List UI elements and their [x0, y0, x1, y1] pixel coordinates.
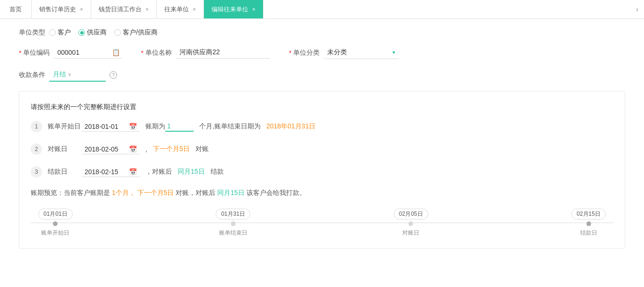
- end-date-highlight: 2018年01月31日: [266, 122, 315, 131]
- period-desc-3-suffix: 结款: [211, 168, 224, 176]
- timeline-label-3: 对账日: [402, 229, 419, 237]
- period-label-3: 结款日: [48, 168, 76, 176]
- timeline-badge-4: 02月15日: [571, 209, 606, 219]
- unit-code-input-wrap: 📋: [53, 47, 122, 59]
- tab-arrow[interactable]: ›: [630, 5, 644, 14]
- tab-counterpart-unit[interactable]: 往来单位 ×: [157, 0, 204, 18]
- payment-condition-label: 收款条件: [19, 71, 45, 79]
- period-desc-1: 账期为: [145, 122, 165, 131]
- radio-supplier[interactable]: 供应商: [78, 28, 107, 37]
- radio-circle-customer: [49, 29, 56, 36]
- start-date-input-wrap: 📅: [82, 122, 140, 132]
- timeline-circle-4: [586, 221, 591, 226]
- period-desc-2-suffix: 对账: [195, 145, 209, 153]
- chevron-down-icon: ▾: [392, 49, 395, 56]
- period-desc-2-prefix: ,: [145, 145, 147, 153]
- calendar-icon-3[interactable]: 📅: [129, 168, 137, 176]
- timeline-node-4: 02月15日 结款日: [571, 209, 606, 237]
- close-tab-cash[interactable]: ×: [145, 6, 149, 13]
- calendar-icon-1[interactable]: 📅: [129, 123, 137, 130]
- radio-both[interactable]: 客户/供应商: [114, 28, 158, 37]
- unit-name-input[interactable]: [176, 47, 270, 59]
- timeline-node-2: 01月31日 账单结束日: [216, 209, 250, 237]
- help-icon[interactable]: ?: [110, 71, 117, 79]
- close-tab-edit[interactable]: ×: [252, 6, 255, 13]
- timeline-nodes: 01月01日 账单开始日 01月31日 账单结束日 02月05日 对账日 02月…: [38, 209, 606, 237]
- period-label-2: 对账日: [48, 145, 76, 153]
- timeline-circle-1: [53, 221, 58, 226]
- radio-circle-supplier: [78, 29, 85, 36]
- payment-condition-value: 月结: [53, 70, 66, 79]
- period-row-3: 3 结款日 📅 ，对账后 同月15日 结款: [31, 166, 613, 177]
- period-label-1: 账单开始日: [48, 122, 76, 131]
- unit-type-radio-group: 客户 供应商 客户/供应商: [49, 28, 158, 37]
- unit-category-select[interactable]: 未分类 ▾: [323, 46, 399, 59]
- unit-type-row: 单位类型 客户 供应商 客户/供应商: [19, 28, 625, 37]
- calendar-icon-2[interactable]: 📅: [129, 145, 137, 153]
- timeline-node-3: 02月05日 对账日: [394, 209, 428, 237]
- timeline-badge-1: 01月01日: [38, 209, 73, 219]
- timeline-label-2: 账单结束日: [219, 229, 247, 237]
- radio-customer[interactable]: 客户: [49, 28, 71, 37]
- period-desc-3-prefix: ，对账后: [145, 168, 172, 176]
- unit-code-group: * 单位编码 📋: [19, 47, 122, 59]
- tab-sales-order-history[interactable]: 销售订单历史 ×: [32, 0, 91, 18]
- unit-type-label: 单位类型: [19, 28, 45, 37]
- timeline-label-4: 结款日: [580, 229, 597, 237]
- preview-highlight-3: 同月15日: [217, 189, 245, 196]
- months-input[interactable]: [165, 121, 194, 132]
- tab-edit-counterpart-unit[interactable]: 编辑往来单位 ×: [204, 0, 263, 18]
- period-number-1: 1: [31, 121, 42, 132]
- timeline-circle-2: [231, 221, 236, 226]
- start-date-input[interactable]: [85, 123, 127, 130]
- select-dropdown-arrow: ▾: [68, 71, 71, 78]
- timeline-badge-3: 02月05日: [394, 209, 428, 219]
- reconcile-date-input-wrap: 📅: [82, 144, 140, 154]
- payment-condition-select[interactable]: 月结 ▾: [49, 68, 106, 82]
- period-row-2: 2 对账日 📅 , 下一个月5日 对账: [31, 144, 613, 155]
- payment-date-input-wrap: 📅: [82, 167, 140, 177]
- timeline-label-1: 账单开始日: [41, 229, 69, 237]
- panel-title: 请按照未来的一个完整帐期进行设置: [31, 103, 613, 111]
- tab-cash-workbench[interactable]: 钱货日清工作台 ×: [91, 0, 157, 18]
- period-number-3: 3: [31, 166, 42, 177]
- unit-name-label: 单位名称: [145, 49, 172, 57]
- main-content: 单位类型 客户 供应商 客户/供应商 * 单位编码 📋: [0, 19, 644, 287]
- unit-code-input[interactable]: [53, 47, 110, 58]
- inner-panel: 请按照未来的一个完整帐期进行设置 1 账单开始日 📅 账期为 个月,账单结束日期…: [19, 91, 625, 249]
- unit-category-star: *: [289, 49, 291, 57]
- unit-category-group: * 单位分类 未分类 ▾: [289, 46, 399, 59]
- unit-category-label: 单位分类: [293, 49, 320, 57]
- timeline: 01月01日 账单开始日 01月31日 账单结束日 02月05日 对账日 02月…: [31, 209, 613, 237]
- preview-highlight-2: 下一个月5日: [137, 189, 174, 196]
- radio-circle-both: [114, 29, 121, 36]
- unit-name-star: *: [141, 49, 143, 57]
- timeline-badge-2: 01月31日: [216, 209, 250, 219]
- payment-condition-row: 收款条件 月结 ▾ ?: [19, 68, 625, 82]
- unit-name-group: * 单位名称: [141, 47, 270, 59]
- period-desc-1b: 个月,账单结束日期为: [199, 122, 261, 131]
- unit-code-star: *: [19, 49, 21, 57]
- reconcile-highlight: 下一个月5日: [153, 145, 190, 153]
- timeline-node-1: 01月01日 账单开始日: [38, 209, 73, 237]
- tab-bar: 首页 销售订单历史 × 钱货日清工作台 × 往来单位 × 编辑往来单位 × ›: [0, 0, 644, 19]
- unit-category-value: 未分类: [327, 48, 389, 57]
- reconcile-date-input[interactable]: [85, 145, 127, 153]
- close-tab-counterpart[interactable]: ×: [193, 6, 196, 13]
- timeline-circle-3: [408, 221, 413, 226]
- unit-fields-row: * 单位编码 📋 * 单位名称 * 单位分类 未分类 ▾: [19, 46, 625, 59]
- close-tab-sales[interactable]: ×: [80, 6, 83, 13]
- period-row-1: 1 账单开始日 📅 账期为 个月,账单结束日期为 2018年01月31日: [31, 121, 613, 132]
- period-number-2: 2: [31, 144, 42, 155]
- preview-text: 账期预览：当前客户账期是 1个月， 下一个月5日 对账，对账后 同月15日 该客…: [31, 189, 613, 197]
- preview-highlight-1: 1个月，: [112, 189, 136, 196]
- copy-icon[interactable]: 📋: [110, 49, 122, 56]
- payment-date-input[interactable]: [85, 168, 127, 176]
- tab-home[interactable]: 首页: [0, 0, 32, 18]
- unit-code-label: 单位编码: [23, 49, 50, 57]
- payment-highlight: 同月15日: [178, 168, 205, 176]
